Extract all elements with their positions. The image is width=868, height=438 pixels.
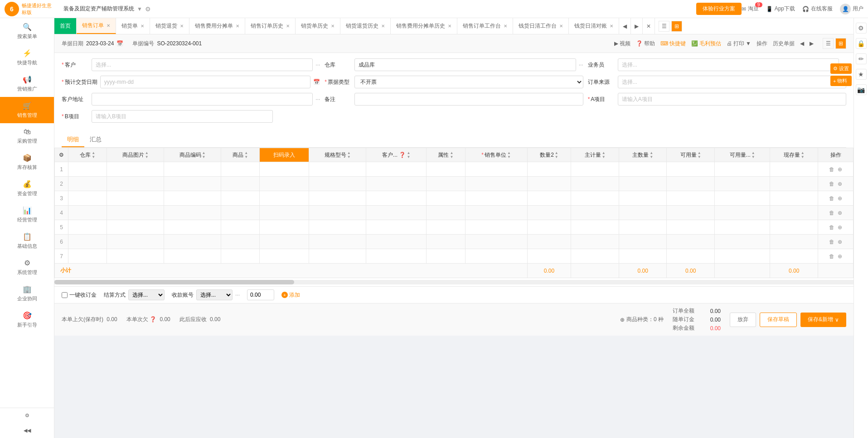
- tab-sales-return[interactable]: 销货退货 ✕: [150, 18, 189, 34]
- row-3-delete-icon[interactable]: 🗑: [829, 195, 834, 202]
- tab-sales-bill-close[interactable]: ✕: [141, 24, 144, 29]
- row-6-delete-icon[interactable]: 🗑: [829, 239, 834, 245]
- row-3-code[interactable]: [164, 191, 221, 206]
- sidebar-item-sales[interactable]: 🛒 销售管理: [0, 97, 54, 123]
- tab-sales-return-history[interactable]: 销货退货历史 ✕: [340, 18, 391, 34]
- address-dots[interactable]: ···: [315, 96, 320, 102]
- row-3-copy-icon[interactable]: ⊕: [838, 195, 842, 202]
- row-6-qty2[interactable]: [527, 235, 571, 249]
- system-name-arrow-icon[interactable]: ▼: [137, 6, 142, 12]
- row-2-main-unit[interactable]: [571, 177, 619, 191]
- row-1-cust-code[interactable]: [366, 162, 427, 177]
- row-5-unit[interactable]: [465, 220, 527, 235]
- sidebar-item-purchase[interactable]: 🛍 采购管理: [0, 123, 54, 149]
- sidebar-item-quick[interactable]: ⚡ 快捷导航: [0, 44, 54, 71]
- row-4-main-unit[interactable]: [571, 206, 619, 220]
- customer-code-sort-icon[interactable]: ▲▼: [407, 151, 410, 159]
- row-6-unit[interactable]: [465, 235, 527, 249]
- warehouse-sort-icon[interactable]: ▲▼: [92, 151, 95, 159]
- tab-sales-order-history[interactable]: 销售订单历史 ✕: [245, 18, 296, 34]
- main-unit-sort-icon[interactable]: ▲▼: [602, 151, 606, 159]
- help-link[interactable]: ❓ 帮助: [636, 40, 655, 48]
- tab-sales-fee-history-close[interactable]: ✕: [448, 24, 451, 29]
- row-2-cust-code[interactable]: [366, 177, 427, 191]
- pagination-next-btn[interactable]: ▶: [810, 40, 814, 47]
- row-5-product[interactable]: [221, 220, 259, 235]
- row-2-copy-icon[interactable]: ⊕: [838, 181, 842, 187]
- discard-button[interactable]: 放弃: [730, 313, 756, 327]
- row-2-code[interactable]: [164, 177, 221, 191]
- operations-link[interactable]: 操作: [756, 40, 767, 48]
- user-item[interactable]: 👤 用户: [840, 4, 863, 14]
- tab-sales-fee-split-close[interactable]: ✕: [236, 24, 239, 29]
- row-6-product[interactable]: [221, 235, 259, 249]
- delivery-date-input[interactable]: [100, 76, 311, 88]
- row-1-warehouse[interactable]: [68, 162, 107, 177]
- sidebar-item-enterprise[interactable]: 🏢 企业协同: [0, 280, 54, 307]
- main-qty-sort-icon[interactable]: ▲▼: [650, 151, 653, 159]
- row-7-delete-icon[interactable]: 🗑: [829, 253, 834, 260]
- form-grid-btn[interactable]: ⊞: [835, 38, 846, 49]
- row-5-copy-icon[interactable]: ⊕: [838, 224, 842, 231]
- row-3-unit[interactable]: [465, 191, 527, 206]
- row-5-delete-icon[interactable]: 🗑: [829, 224, 834, 231]
- calendar-icon[interactable]: 📅: [116, 40, 123, 47]
- row-2-spec[interactable]: [309, 177, 366, 191]
- row-4-delete-icon[interactable]: 🗑: [829, 210, 834, 216]
- row-2-main-qty[interactable]: [619, 177, 667, 191]
- remark-input[interactable]: [354, 93, 583, 106]
- row-6-spec[interactable]: [309, 235, 366, 249]
- shortcuts-link[interactable]: ⌨ 快捷键: [660, 40, 686, 48]
- profit-link[interactable]: 💹 毛利预估: [691, 40, 721, 48]
- product-sort-icon[interactable]: ▲▼: [244, 151, 248, 159]
- row-4-attr[interactable]: [427, 206, 465, 220]
- detail-tab-detail[interactable]: 明细: [62, 133, 84, 147]
- sidebar-item-guide[interactable]: 🎯 新手引导: [0, 307, 54, 333]
- row-7-qty2[interactable]: [527, 249, 571, 264]
- tab-sales-order-workbench-close[interactable]: ✕: [504, 24, 507, 29]
- row-2-warehouse[interactable]: [68, 177, 107, 191]
- tab-close-all-btn[interactable]: ✕: [643, 18, 655, 34]
- row-5-code[interactable]: [164, 220, 221, 235]
- tab-next-btn[interactable]: ▶: [631, 18, 643, 34]
- sidebar-item-basic[interactable]: 📋 基础信息: [0, 228, 54, 254]
- invoice-type-select[interactable]: 不开票 增值税普通发票 增值税专用发票: [354, 76, 583, 88]
- row-7-attr[interactable]: [427, 249, 465, 264]
- tab-cash-reconcile[interactable]: 钱货日清对账 ✕: [569, 18, 619, 34]
- product-image-sort-icon[interactable]: ▲▼: [145, 151, 149, 159]
- sidebar-item-marketing[interactable]: 📢 营销推广: [0, 71, 54, 97]
- right-panel-star-icon[interactable]: ★: [856, 69, 867, 80]
- row-3-main-unit[interactable]: [571, 191, 619, 206]
- a-project-input[interactable]: [618, 93, 846, 106]
- row-3-attr[interactable]: [427, 191, 465, 206]
- payment-method-select[interactable]: 选择...: [128, 289, 165, 300]
- row-3-qty2[interactable]: [527, 191, 571, 206]
- right-panel-edit-icon[interactable]: ✏: [856, 53, 867, 64]
- tab-sales-order-history-close[interactable]: ✕: [286, 24, 290, 29]
- one-click-checkout-label[interactable]: 一键收订金: [62, 291, 97, 299]
- detail-tab-summary[interactable]: 汇总: [84, 133, 107, 147]
- form-list-btn[interactable]: ☰: [823, 38, 834, 49]
- sidebar-collapse-btn[interactable]: ◀◀: [0, 423, 54, 438]
- row-5-warehouse[interactable]: [68, 220, 107, 235]
- row-4-main-qty[interactable]: [619, 206, 667, 220]
- order-source-input[interactable]: [618, 76, 846, 88]
- tab-sales-order-close[interactable]: ✕: [107, 23, 110, 28]
- b-project-input[interactable]: [92, 110, 273, 123]
- row-4-spec[interactable]: [309, 206, 366, 220]
- receipt-account-select[interactable]: 选择...: [196, 289, 233, 300]
- row-7-warehouse[interactable]: [68, 249, 107, 264]
- row-6-warehouse[interactable]: [68, 235, 107, 249]
- customer-input[interactable]: [92, 58, 313, 71]
- row-4-product[interactable]: [221, 206, 259, 220]
- tab-prev-btn[interactable]: ◀: [619, 18, 631, 34]
- row-5-cust-code[interactable]: [366, 220, 427, 235]
- tab-sales-return-close[interactable]: ✕: [180, 24, 184, 29]
- row-2-unit[interactable]: [465, 177, 527, 191]
- tab-home[interactable]: 首页: [54, 18, 77, 34]
- row-7-unit[interactable]: [465, 249, 527, 264]
- row-4-warehouse[interactable]: [68, 206, 107, 220]
- table-scrollbar[interactable]: [54, 280, 853, 284]
- row-3-product[interactable]: [221, 191, 259, 206]
- row-5-main-qty[interactable]: [619, 220, 667, 235]
